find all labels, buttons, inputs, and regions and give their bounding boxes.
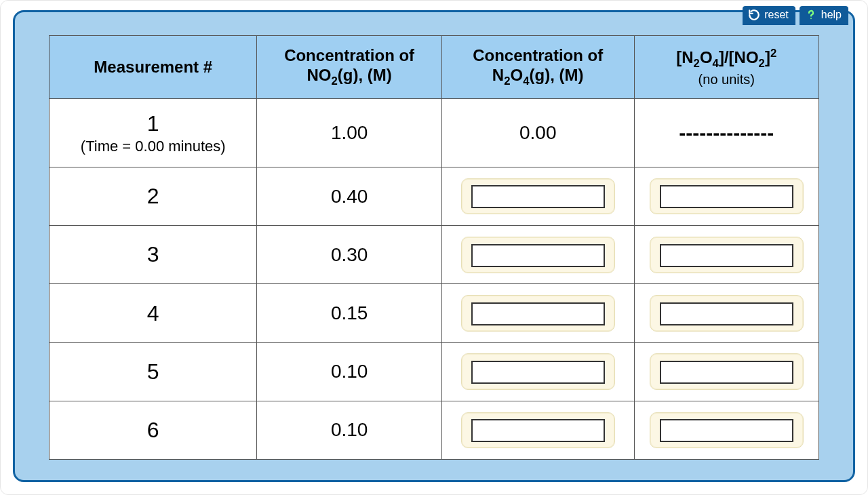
col-header-measurement: Measurement # xyxy=(50,36,257,99)
table-row: 60.10 xyxy=(50,401,819,459)
panel: Measurement # Concentration of NO2(g), (… xyxy=(13,10,855,482)
col-header-measurement-text: Measurement # xyxy=(94,58,212,76)
cell-measurement: 3 xyxy=(50,226,257,284)
table-row: 40.15 xyxy=(50,284,819,342)
col-header-no2: Concentration of NO2(g), (M) xyxy=(257,36,441,99)
cell-ratio xyxy=(634,167,818,226)
n2o4-input[interactable] xyxy=(471,302,605,325)
input-frame xyxy=(461,412,615,449)
cell-no2: 0.10 xyxy=(257,401,441,459)
measurement-number: 4 xyxy=(147,301,159,325)
input-frame xyxy=(650,353,804,390)
cell-ratio: -------------- xyxy=(634,99,818,167)
table-row: 30.30 xyxy=(50,226,819,284)
table-row: 50.10 xyxy=(50,342,819,401)
cell-n2o4: 0.00 xyxy=(441,99,634,167)
measurement-subtext: (Time = 0.00 minutes) xyxy=(55,138,251,155)
cell-ratio xyxy=(634,401,818,459)
col-header-no2-line1: Concentration of xyxy=(284,46,414,64)
input-frame xyxy=(461,178,615,215)
measurement-number: 3 xyxy=(147,242,159,266)
ratio-input[interactable] xyxy=(660,244,793,267)
ratio-input[interactable] xyxy=(660,302,793,325)
col-header-no2-line2: NO2(g), (M) xyxy=(307,66,391,84)
cell-no2: 1.00 xyxy=(257,99,441,167)
cell-measurement: 6 xyxy=(50,401,257,459)
cell-no2: 0.30 xyxy=(257,226,441,284)
cell-n2o4 xyxy=(441,167,634,226)
col-header-n2o4: Concentration of N2O4(g), (M) xyxy=(441,36,634,99)
input-frame xyxy=(650,237,804,273)
measurement-number: 2 xyxy=(147,184,159,208)
cell-ratio xyxy=(634,284,818,342)
toolbar: reset help xyxy=(743,6,848,25)
n2o4-input[interactable] xyxy=(471,361,605,384)
svg-point-0 xyxy=(810,18,812,19)
ratio-input[interactable] xyxy=(660,185,793,208)
cell-no2: 0.10 xyxy=(257,342,441,401)
cell-measurement: 1(Time = 0.00 minutes) xyxy=(50,99,257,167)
input-frame xyxy=(650,412,804,449)
ratio-input[interactable] xyxy=(660,361,793,384)
help-label: help xyxy=(821,9,842,21)
col-header-n2o4-line2: N2O4(g), (M) xyxy=(492,66,584,84)
col-header-n2o4-line1: Concentration of xyxy=(473,46,603,64)
col-header-ratio-line1: [N2O4]/[NO2]2 xyxy=(676,48,776,66)
col-header-ratio-line2: (no units) xyxy=(640,71,813,87)
cell-no2: 0.40 xyxy=(257,167,441,226)
cell-n2o4 xyxy=(441,284,634,342)
measurement-number: 1 xyxy=(147,111,159,136)
data-table: Measurement # Concentration of NO2(g), (… xyxy=(49,35,819,460)
input-frame xyxy=(461,295,615,332)
n2o4-input[interactable] xyxy=(471,419,605,442)
cell-measurement: 5 xyxy=(50,342,257,401)
reset-label: reset xyxy=(764,9,789,21)
input-frame xyxy=(461,237,615,273)
ratio-static: -------------- xyxy=(679,121,774,144)
table-header-row: Measurement # Concentration of NO2(g), (… xyxy=(50,36,819,99)
cell-measurement: 4 xyxy=(50,284,257,342)
cell-n2o4 xyxy=(441,401,634,459)
n2o4-input[interactable] xyxy=(471,244,605,267)
n2o4-input[interactable] xyxy=(471,185,605,208)
cell-n2o4 xyxy=(441,342,634,401)
input-frame xyxy=(461,353,615,390)
reset-button[interactable]: reset xyxy=(743,6,795,25)
help-button[interactable]: help xyxy=(800,6,848,25)
table-row: 1(Time = 0.00 minutes)1.000.00----------… xyxy=(50,99,819,167)
cell-measurement: 2 xyxy=(50,167,257,226)
outer-frame: reset help Measurement # xyxy=(0,0,868,495)
help-icon xyxy=(805,9,817,21)
input-frame xyxy=(650,295,804,332)
cell-ratio xyxy=(634,226,818,284)
reset-icon xyxy=(748,9,760,21)
col-header-ratio: [N2O4]/[NO2]2 (no units) xyxy=(634,36,818,99)
cell-no2: 0.15 xyxy=(257,284,441,342)
ratio-input[interactable] xyxy=(660,419,793,442)
cell-n2o4 xyxy=(441,226,634,284)
measurement-number: 5 xyxy=(147,359,159,384)
table-row: 20.40 xyxy=(50,167,819,226)
input-frame xyxy=(650,178,804,215)
measurement-number: 6 xyxy=(147,418,159,442)
cell-ratio xyxy=(634,342,818,401)
